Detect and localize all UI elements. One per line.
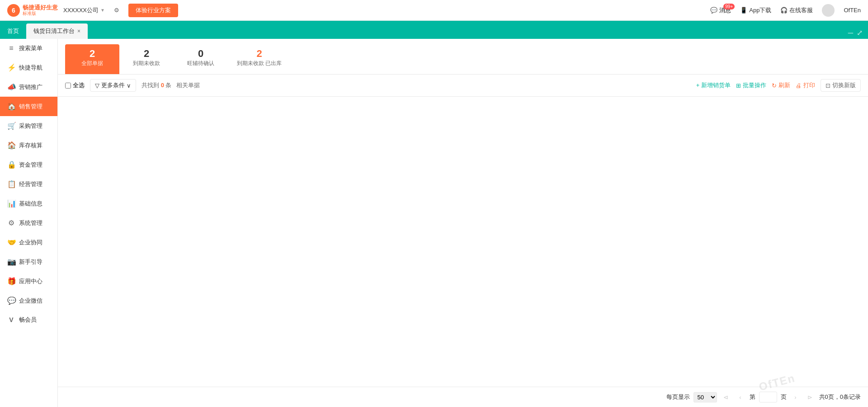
stat-pending-label: 旺辅待确认 [183,60,219,67]
sidebar-item-inventory[interactable]: 🏠 库存核算 [0,136,57,155]
header-left: 6 畅捷通好生意 标准版 XXXXXX公司 ▼ ⚙ 体验行业方案 [7,4,178,17]
page-label: 第 [750,393,755,401]
pagination: 每页显示 50 100 200 ⊲ ‹ 第 1 页 › ⊳ 共0页，0条记录 [58,387,868,407]
sidebar-item-quick-nav[interactable]: ⚡ 快捷导航 [0,58,57,77]
sidebar-item-guide-label: 新手引导 [19,258,42,266]
sidebar-item-wechat[interactable]: 💬 企业微信 [0,291,57,310]
stat-tab-overdue[interactable]: 2 到期未收款 [119,44,174,74]
batch-operation-button[interactable]: ⊞ 批量操作 [736,81,766,89]
stat-all-label: 全部单据 [74,60,110,67]
tab-bar: 首页 钱货日清工作台 × ─ ⤢ [0,21,868,39]
select-all-label: 全选 [73,81,85,89]
online-service-area[interactable]: 🎧 在线客服 [780,6,813,14]
sidebar-item-guide[interactable]: 📷 新手引导 [0,252,57,271]
toolbar-right: + 新增销货单 ⊞ 批量操作 ↻ 刷新 🖨 打印 ⊡ 切换新版 [696,79,861,92]
page-number-input[interactable]: 1 [759,392,777,402]
app-download-area[interactable]: 📱 App下载 [740,6,771,14]
stat-tab-all[interactable]: 2 全部单据 [65,44,119,74]
filter-icon: ▽ [95,82,99,89]
app-center-icon: 🎁 [7,277,15,285]
finance-icon: 🔒 [7,160,15,169]
sidebar-item-enterprise-label: 企业协同 [19,239,42,247]
batch-label: 批量操作 [743,81,766,89]
print-button[interactable]: 🖨 打印 [796,81,815,89]
toolbar: 全选 ▽ 更多条件 ∨ 共找到 0 条 相关单据 + 新增销货单 [58,75,868,97]
page-unit: 页 [781,393,787,401]
print-icon: 🖨 [796,82,802,89]
sidebar-item-membership-label: 畅会员 [19,316,37,324]
top-header: 6 畅捷通好生意 标准版 XXXXXX公司 ▼ ⚙ 体验行业方案 💬 消息 99… [0,0,868,21]
company-name: XXXXXX公司 [63,6,99,14]
sidebar-item-app-center[interactable]: 🎁 应用中心 [0,271,57,291]
refresh-button[interactable]: ↻ 刷新 [772,81,790,89]
basic-info-icon: 📊 [7,199,15,208]
first-page-button[interactable]: ⊲ [721,392,731,402]
refresh-icon: ↻ [772,82,777,89]
sales-icon: 🏠 [7,102,15,111]
add-sales-order-button[interactable]: + 新增销货单 [696,81,731,89]
sidebar-item-purchase[interactable]: 🛒 采购管理 [0,116,57,136]
sidebar-item-sales-label: 销售管理 [19,103,42,111]
tab-workbench-label: 钱货日清工作台 [33,27,75,35]
next-page-button[interactable]: › [790,392,801,402]
table-empty-area [58,97,868,387]
online-service-label: 在线客服 [789,6,813,14]
switch-version-button[interactable]: ⊡ 切换新版 [821,79,861,92]
logo-icon: 6 [7,4,20,17]
stat-tab-pending[interactable]: 0 旺辅待确认 [174,44,228,74]
filter-button[interactable]: ▽ 更多条件 ∨ [90,79,136,92]
result-text: 共找到 0 条 相关单据 [142,81,200,89]
sidebar-item-basic-info[interactable]: 📊 基础信息 [0,194,57,213]
toolbar-left: 全选 ▽ 更多条件 ∨ 共找到 0 条 相关单据 [65,79,691,92]
sidebar-item-finance[interactable]: 🔒 资金管理 [0,155,57,174]
sidebar-item-marketing[interactable]: 📣 营销推广 [0,77,57,97]
logo-area: 6 畅捷通好生意 标准版 [7,4,58,17]
settings-icon[interactable]: ⚙ [110,4,123,17]
company-selector[interactable]: XXXXXX公司 ▼ [63,6,105,14]
experience-button[interactable]: 体验行业方案 [128,4,178,17]
notification-icon: 💬 [710,7,717,14]
notification-badge: 99+ [723,4,735,9]
marketing-icon: 📣 [7,83,15,91]
sidebar-item-operations[interactable]: 📋 经营管理 [0,174,57,194]
header-right: 💬 消息 99+ 📱 App下载 🎧 在线客服 OfTEn [710,4,861,17]
per-page-label: 每页显示 [666,393,690,401]
tab-home[interactable]: 首页 [0,23,26,39]
total-info: 共0页，0条记录 [819,393,861,401]
tab-close-icon[interactable]: × [77,28,80,34]
sidebar-item-search[interactable]: ≡ 搜索菜单 [0,39,57,58]
stat-tab-shipped[interactable]: 2 到期未收款 已出库 [228,44,291,74]
select-all-input[interactable] [65,83,71,89]
sidebar-item-app-center-label: 应用中心 [19,277,42,285]
sidebar-item-operations-label: 经营管理 [19,180,42,188]
filter-label: 更多条件 [101,81,125,89]
wechat-icon: 💬 [7,296,15,305]
result-count: 0 [161,82,164,89]
sidebar-item-membership[interactable]: V 畅会员 [0,310,57,329]
tab-workbench[interactable]: 钱货日清工作台 × [26,23,88,39]
stat-overdue-label: 到期未收款 [128,60,165,67]
sidebar-item-purchase-label: 采购管理 [19,122,42,130]
switch-label: 切换新版 [832,81,856,89]
tab-maximize-icon[interactable]: ⤢ [857,28,863,37]
avatar[interactable] [822,4,835,17]
sidebar-item-system-label: 系统管理 [19,219,42,227]
sidebar-item-enterprise[interactable]: 🤝 企业协同 [0,233,57,252]
user-name: OfTEn [844,7,861,14]
tab-home-label: 首页 [7,27,19,35]
system-icon: ⚙ [7,219,15,227]
online-service-icon: 🎧 [780,7,788,14]
last-page-button[interactable]: ⊳ [805,392,816,402]
tab-minimize-icon[interactable]: ─ [848,29,853,37]
per-page-select[interactable]: 50 100 200 [693,392,717,402]
sidebar-item-sales[interactable]: 🏠 销售管理 [0,97,57,116]
sidebar-item-basic-info-label: 基础信息 [19,200,42,208]
company-arrow-icon: ▼ [100,8,105,13]
enterprise-icon: 🤝 [7,238,15,247]
stat-shipped-number: 2 [237,48,282,60]
select-all-checkbox[interactable]: 全选 [65,81,85,89]
sidebar-item-system[interactable]: ⚙ 系统管理 [0,213,57,233]
notification-area[interactable]: 💬 消息 99+ [710,6,731,14]
refresh-label: 刷新 [778,81,790,89]
prev-page-button[interactable]: ‹ [735,392,746,402]
